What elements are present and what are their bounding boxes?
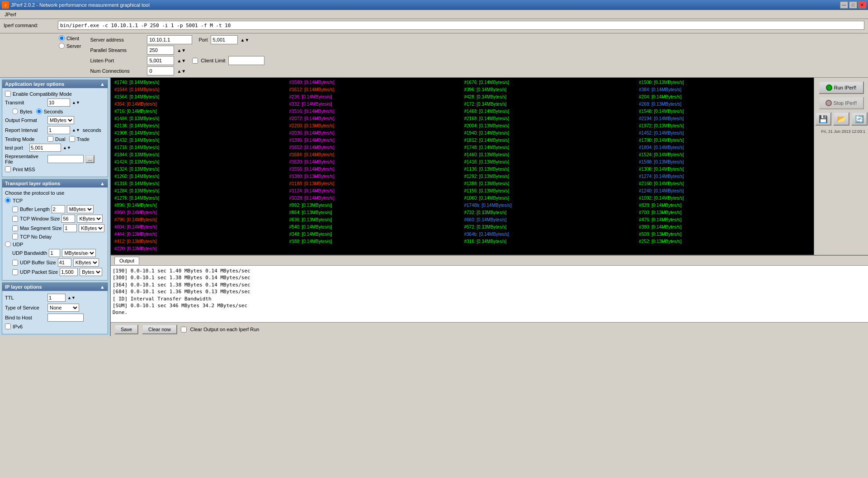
- refresh-icon-button[interactable]: 🔄: [851, 112, 868, 126]
- buffer-length-checkbox[interactable]: [12, 206, 18, 212]
- test-port-stepper[interactable]: ▲▼: [63, 145, 71, 150]
- output-text: [190] 0.0-10.1 sec 1.40 MBytes 0.14 MByt…: [111, 266, 868, 322]
- udp-bandwidth-input[interactable]: [49, 249, 60, 257]
- listen-port-input[interactable]: [147, 56, 174, 65]
- stop-button[interactable]: Stop IPerf!: [819, 97, 864, 109]
- udp-bandwidth-unit[interactable]: MBytes/sec: [62, 249, 96, 257]
- tos-select[interactable]: None: [47, 304, 79, 312]
- list-item: #716: [0.14MBytes/s]: [113, 108, 288, 116]
- list-item: #1940: [0.14MBytes/s]: [462, 130, 637, 137]
- clear-button[interactable]: Clear now: [142, 324, 177, 334]
- list-item: #2168: [0.14MBytes/s]: [462, 116, 637, 123]
- bytes-radio[interactable]: [12, 108, 18, 114]
- client-limit-input[interactable]: [228, 56, 264, 65]
- udp-packet-input[interactable]: [60, 268, 78, 276]
- tcp-window-input[interactable]: [61, 215, 75, 223]
- list-item: #1676: [0.14MBytes/s]: [462, 80, 637, 87]
- list-item: #1588: [0.13MBytes/s]: [637, 159, 812, 166]
- iperf-command-input[interactable]: [58, 21, 864, 30]
- print-mss-checkbox[interactable]: [5, 166, 11, 172]
- udp-packet-unit[interactable]: Bytes: [80, 268, 102, 276]
- run-button[interactable]: Run IPerf!: [819, 81, 864, 94]
- ttl-input[interactable]: [47, 294, 66, 302]
- udp-buffer-unit[interactable]: KBytes: [73, 258, 99, 267]
- udp-radio[interactable]: [5, 241, 11, 247]
- list-item: #172: [0.14MBytes/s]: [462, 101, 637, 108]
- tcp-radio[interactable]: [5, 197, 11, 203]
- output-tab-bar: Output: [111, 256, 868, 266]
- tcp-window-unit[interactable]: KBytes: [77, 215, 103, 223]
- close-button[interactable]: ✕: [858, 1, 866, 9]
- buffer-length-unit[interactable]: MBytes: [67, 205, 94, 213]
- trade-label: Trade: [77, 136, 90, 142]
- app-layer-header: Application layer options ▲: [2, 80, 108, 88]
- tcp-window-label: TCP Window Size: [20, 216, 60, 221]
- bind-host-input[interactable]: [47, 314, 84, 322]
- parallel-streams-input[interactable]: [147, 46, 174, 55]
- minimize-button[interactable]: —: [840, 1, 848, 9]
- transmit-input[interactable]: [47, 98, 70, 107]
- menu-jperf[interactable]: JPerf: [2, 11, 19, 18]
- list-item: #1452: [0.14MBytes/s]: [637, 130, 812, 137]
- ttl-stepper[interactable]: ▲▼: [67, 295, 75, 300]
- udp-buffer-checkbox[interactable]: [12, 260, 18, 266]
- report-interval-input[interactable]: [47, 126, 70, 134]
- test-port-input[interactable]: [29, 144, 61, 152]
- max-seg-input[interactable]: [63, 224, 77, 232]
- list-item: #1516: [0.14MBytes/s]: [288, 108, 462, 116]
- list-item: #428: [0.14MBytes/s]: [462, 94, 637, 101]
- num-connections-label: Num Connections: [90, 68, 144, 74]
- transmit-stepper[interactable]: ▲▼: [72, 100, 80, 105]
- list-item: #1432: [0.14MBytes/s]: [113, 137, 288, 145]
- list-item: #1804: [0.14MBytes/s]: [637, 145, 812, 152]
- list-item: #828: [0.14MBytes/s]: [637, 202, 812, 210]
- rep-file-input[interactable]: [47, 155, 84, 163]
- client-options: Server address Port ▲▼ Parallel Streams …: [90, 35, 264, 75]
- list-item: #1556: [0.14MBytes/s]: [288, 166, 462, 173]
- server-address-label: Server address: [90, 37, 144, 42]
- save-button[interactable]: Save: [114, 324, 138, 334]
- enable-compat-checkbox[interactable]: [5, 91, 11, 97]
- buffer-length-input[interactable]: [52, 205, 65, 213]
- ip-layer-collapse[interactable]: ▲: [100, 284, 105, 290]
- trade-checkbox[interactable]: [69, 136, 75, 142]
- list-item: [684] 0.0-10.1 sec 1.36 MBytes 0.13 MByt…: [113, 288, 866, 295]
- seconds-radio[interactable]: [36, 108, 42, 114]
- output-tab[interactable]: Output: [114, 257, 139, 264]
- server-radio[interactable]: [59, 43, 65, 49]
- num-connections-input[interactable]: [147, 66, 174, 75]
- open-icon-button[interactable]: 📂: [833, 112, 849, 126]
- port-input[interactable]: [211, 35, 238, 44]
- report-interval-stepper[interactable]: ▲▼: [72, 128, 80, 132]
- clear-on-run-checkbox[interactable]: [181, 327, 187, 333]
- browse-button[interactable]: ...: [85, 155, 94, 163]
- save-icon-button[interactable]: 💾: [815, 112, 831, 126]
- transmit-label: Transmit: [5, 100, 46, 105]
- tcp-no-delay-checkbox[interactable]: [12, 234, 18, 239]
- server-address-input[interactable]: [147, 35, 192, 44]
- window-controls[interactable]: — □ ✕: [840, 1, 866, 9]
- client-limit-checkbox[interactable]: [192, 58, 198, 64]
- list-item: #1316: [0.14MBytes/s]: [113, 181, 288, 188]
- maximize-button[interactable]: □: [849, 1, 857, 9]
- timestamp: Fri, 21 Jun 2013 12:03:1: [816, 128, 866, 135]
- udp-packet-checkbox[interactable]: [12, 269, 18, 275]
- ipv6-checkbox[interactable]: [5, 323, 11, 329]
- list-item: #896: [0.14MBytes/s]: [113, 202, 288, 210]
- output-format-select[interactable]: MBytes: [47, 116, 74, 124]
- app-layer-collapse[interactable]: ▲: [100, 81, 105, 87]
- list-item: #700: [0.13MBytes/s]: [637, 210, 812, 217]
- list-item: #396: [0.14MBytes/s]: [462, 87, 637, 94]
- udp-buffer-input[interactable]: [58, 258, 71, 267]
- udp-bandwidth-label: UDP Bandwidth: [12, 250, 47, 256]
- list-item: #2072: [0.14MBytes/s]: [288, 116, 462, 123]
- list-item: #1308: [0.14MBytes/s]: [637, 166, 812, 173]
- transport-layer-collapse[interactable]: ▲: [100, 181, 105, 186]
- max-seg-label: Max Segment Size: [20, 225, 61, 231]
- dual-checkbox[interactable]: [47, 136, 53, 142]
- max-seg-checkbox[interactable]: [12, 225, 18, 231]
- protocol-label: Choose the protocol to use: [5, 190, 64, 196]
- max-seg-unit[interactable]: KBytes: [79, 224, 104, 232]
- tcp-window-checkbox[interactable]: [12, 216, 18, 222]
- client-radio[interactable]: [59, 35, 65, 41]
